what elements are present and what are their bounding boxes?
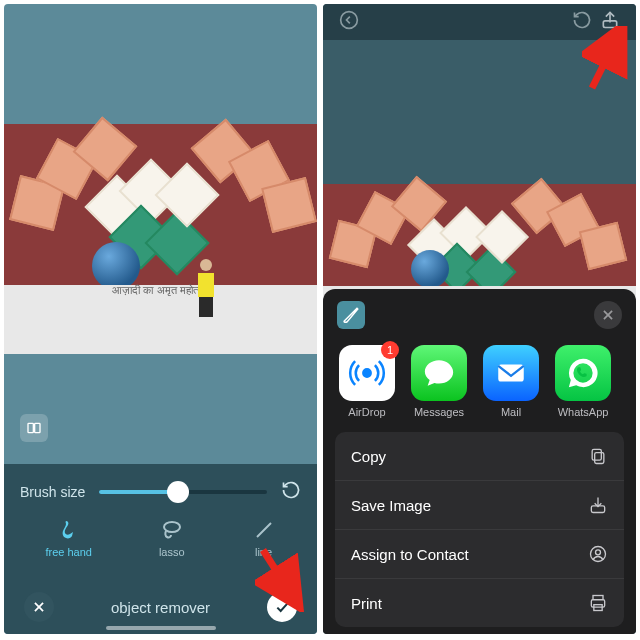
svg-point-7	[341, 12, 358, 29]
app-label: AirDrop	[348, 406, 385, 418]
action-label: Copy	[351, 448, 386, 465]
action-label: Save Image	[351, 497, 431, 514]
svg-point-12	[363, 369, 370, 376]
undo-icon[interactable]	[568, 6, 596, 38]
svg-point-2	[164, 522, 180, 532]
action-assign-contact[interactable]: Assign to Contact	[335, 529, 624, 578]
back-button[interactable]	[335, 6, 363, 38]
close-button[interactable]	[594, 301, 622, 329]
action-print[interactable]: Print	[335, 578, 624, 627]
action-label: Print	[351, 595, 382, 612]
svg-rect-15	[592, 449, 601, 460]
tool-freehand[interactable]: free hand	[45, 518, 91, 558]
share-app-mail[interactable]: Mail	[483, 345, 539, 418]
editor-screen: आज़ादी का अमृत महोत्सव Brush size free h…	[4, 4, 317, 634]
brush-size-label: Brush size	[20, 484, 85, 500]
svg-line-9	[592, 36, 618, 88]
share-app-whatsapp[interactable]: WhatsApp	[555, 345, 611, 418]
mode-title: object remover	[111, 599, 210, 616]
svg-line-3	[257, 523, 271, 537]
tool-label: lasso	[159, 546, 185, 558]
brush-size-slider[interactable]	[99, 490, 267, 494]
app-label: WhatsApp	[558, 406, 609, 418]
svg-rect-13	[498, 365, 524, 382]
tool-label: line	[255, 546, 272, 558]
top-bar	[323, 4, 636, 40]
editor-panel: Brush size free hand lasso line	[4, 464, 317, 634]
action-copy[interactable]: Copy	[335, 432, 624, 480]
edited-photo: आज़ादी का अमृत महोत्सव	[4, 124, 317, 354]
app-icon	[337, 301, 365, 329]
app-label: Mail	[501, 406, 521, 418]
action-save-image[interactable]: Save Image	[335, 480, 624, 529]
share-screen: 1 AirDrop Messages Mail WhatsA	[323, 4, 636, 634]
svg-rect-14	[595, 453, 604, 464]
home-indicator	[106, 626, 216, 630]
tool-label: free hand	[45, 546, 91, 558]
confirm-button[interactable]	[267, 592, 297, 622]
share-app-airdrop[interactable]: 1 AirDrop	[339, 345, 395, 418]
compare-button[interactable]	[20, 414, 48, 442]
svg-rect-1	[35, 423, 40, 432]
svg-point-18	[596, 550, 601, 555]
action-label: Assign to Contact	[351, 546, 469, 563]
undo-icon[interactable]	[281, 480, 301, 504]
svg-rect-0	[28, 423, 33, 432]
badge: 1	[381, 341, 399, 359]
share-icon[interactable]	[596, 6, 624, 38]
app-label: Messages	[414, 406, 464, 418]
tool-lasso[interactable]: lasso	[159, 518, 185, 558]
tool-line[interactable]: line	[252, 518, 276, 558]
action-list: Copy Save Image Assign to Contact Print	[323, 432, 636, 627]
cancel-button[interactable]	[24, 592, 54, 622]
share-sheet: 1 AirDrop Messages Mail WhatsA	[323, 289, 636, 634]
share-app-messages[interactable]: Messages	[411, 345, 467, 418]
